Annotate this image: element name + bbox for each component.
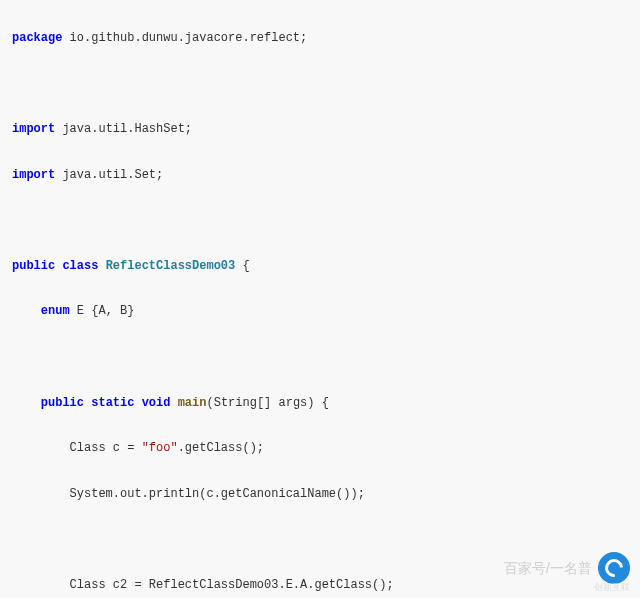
line-class-decl: public class ReflectClassDemo03 { bbox=[12, 255, 628, 278]
method-main: main bbox=[178, 396, 207, 410]
keyword-public: public bbox=[41, 396, 84, 410]
brace: { bbox=[235, 259, 249, 273]
keyword-void: void bbox=[142, 396, 171, 410]
logo-ring-icon bbox=[601, 555, 626, 580]
keyword-static: static bbox=[91, 396, 134, 410]
line-main-decl: public static void main(String[] args) { bbox=[12, 392, 628, 415]
package-path: io.github.dunwu.javacore.reflect; bbox=[62, 31, 307, 45]
enum-body: E {A, B} bbox=[70, 304, 135, 318]
code-line: Class c = "foo".getClass(); bbox=[12, 437, 628, 460]
import-path: java.util.Set; bbox=[55, 168, 163, 182]
line-package: package io.github.dunwu.javacore.reflect… bbox=[12, 27, 628, 50]
string-literal: "foo" bbox=[142, 441, 178, 455]
blank-line bbox=[12, 72, 628, 95]
blank-line bbox=[12, 209, 628, 232]
blank-line bbox=[12, 346, 628, 369]
code-block: package io.github.dunwu.javacore.reflect… bbox=[0, 0, 640, 598]
blank-line bbox=[12, 528, 628, 551]
watermark-subtext: 创新互联 bbox=[594, 579, 630, 596]
watermark-text: 百家号/一名普 bbox=[504, 555, 592, 582]
code-line: System.out.println(c.getCanonicalName())… bbox=[12, 483, 628, 506]
keyword-class: class bbox=[62, 259, 98, 273]
keyword-package: package bbox=[12, 31, 62, 45]
keyword-enum: enum bbox=[41, 304, 70, 318]
keyword-import: import bbox=[12, 168, 55, 182]
line-enum: enum E {A, B} bbox=[12, 300, 628, 323]
code-text: Class c = bbox=[12, 441, 142, 455]
class-name: ReflectClassDemo03 bbox=[106, 259, 236, 273]
import-path: java.util.HashSet; bbox=[55, 122, 192, 136]
code-text: .getClass(); bbox=[178, 441, 264, 455]
keyword-public: public bbox=[12, 259, 55, 273]
keyword-import: import bbox=[12, 122, 55, 136]
main-params: (String[] args) { bbox=[206, 396, 328, 410]
line-import: import java.util.Set; bbox=[12, 164, 628, 187]
line-import: import java.util.HashSet; bbox=[12, 118, 628, 141]
